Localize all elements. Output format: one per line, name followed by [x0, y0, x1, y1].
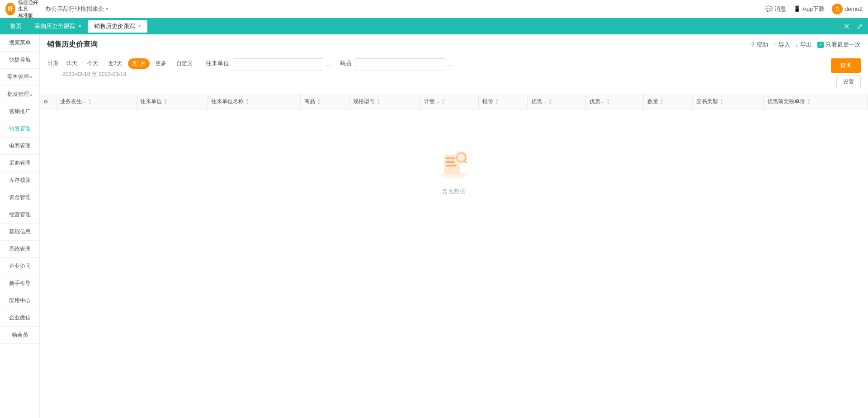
date-filter-group: 日期 昨天 今天 近7天 近1月 更多 自定义 2023-02-18 至 202…	[47, 58, 197, 78]
sidebar-item-operations[interactable]: 经营管理	[0, 206, 39, 223]
import-button[interactable]: ↑ 导入	[774, 41, 790, 49]
partner-select-icon[interactable]: ···	[325, 61, 330, 68]
date-chip-more[interactable]: 更多	[151, 58, 170, 69]
page-actions: ? 帮助 ↑ 导入 ↓ 导出 ✓ 只看最后一次	[751, 41, 861, 49]
sidebar-item-inventory[interactable]: 库存核算	[0, 172, 39, 189]
query-button[interactable]: 查询	[831, 58, 861, 73]
col-trade-type[interactable]: 交易类型 ▲▼	[693, 94, 764, 109]
page-header: 销售历史价查询 ? 帮助 ↑ 导入 ↓ 导出 ✓	[40, 34, 868, 94]
sidebar-item-basic-info[interactable]: 基础信息	[0, 223, 39, 241]
sidebar-item-app-center[interactable]: 应用中心	[0, 292, 39, 309]
svg-rect-3	[446, 161, 455, 163]
empty-state: 暂无数据	[40, 109, 868, 232]
date-chip-custom[interactable]: 自定义	[172, 58, 197, 69]
empty-text: 暂无数据	[442, 187, 466, 195]
only-last-checkbox-label[interactable]: ✓ 只看最后一次	[817, 41, 861, 49]
help-button[interactable]: ? 帮助	[751, 41, 768, 49]
export-button[interactable]: ↓ 导出	[796, 41, 812, 49]
retail-expand-icon: ▾	[30, 75, 32, 80]
date-chip-7days[interactable]: 近7天	[104, 58, 126, 69]
message-icon: 💬	[765, 5, 773, 12]
sidebar-item-enterprise-collab[interactable]: 企业协同	[0, 258, 39, 275]
sidebar-item-sales[interactable]: 销售管理	[0, 120, 39, 138]
message-button[interactable]: 💬 消息	[765, 5, 786, 13]
app-download-button[interactable]: 📱 App下载	[793, 5, 825, 13]
tab-purchase-history[interactable]: 采购历史价跟踪 ×	[28, 20, 88, 33]
col-product[interactable]: 商品 ▲▼	[301, 94, 349, 109]
date-chip-1month[interactable]: 近1月	[128, 58, 150, 69]
filter-row: 日期 昨天 今天 近7天 近1月 更多 自定义 2023-02-18 至 202…	[47, 54, 861, 94]
close-sales-tab-icon[interactable]: ×	[138, 24, 141, 29]
close-purchase-tab-icon[interactable]: ×	[78, 24, 81, 29]
col-discount2[interactable]: 优惠... ▲▼	[585, 94, 644, 109]
logo-icon: 好	[5, 3, 15, 15]
logo-area: 好 畅捷通好生意 标准版	[5, 0, 42, 19]
close-window-button[interactable]: ✕	[842, 21, 851, 32]
sort-pretax-price-icon: ▲▼	[807, 98, 811, 105]
tab-sales-history[interactable]: 销售历史价跟踪 ×	[88, 20, 147, 33]
sort-spec-icon: ▲▼	[377, 98, 380, 105]
page-title: 销售历史价查询	[47, 40, 98, 49]
partner-filter-label: 往来单位	[206, 58, 229, 67]
col-partner-code[interactable]: 往来单位 ▲▼	[137, 94, 208, 109]
sort-trade-type-icon: ▲▼	[720, 98, 723, 105]
sidebar-item-newbie-guide[interactable]: 新手引导	[0, 275, 39, 292]
table-settings-icon: ⚙	[43, 99, 48, 105]
sort-partner-name-icon: ▲▼	[245, 98, 249, 105]
col-pretax-price[interactable]: 优惠前无税单价 ▲▼	[764, 94, 868, 109]
partner-input-group: ···	[233, 58, 330, 71]
col-settings[interactable]: ⚙	[40, 94, 56, 109]
table-container: ⚙ 业务发生... ▲▼ 往来单位 ▲▼	[40, 94, 868, 418]
date-chip-today[interactable]: 今天	[83, 58, 102, 69]
data-table: ⚙ 业务发生... ▲▼ 往来单位 ▲▼	[40, 94, 868, 232]
sort-unit-icon: ▲▼	[441, 98, 445, 105]
page-title-row: 销售历史价查询 ? 帮助 ↑ 导入 ↓ 导出 ✓	[47, 40, 861, 49]
sort-product-icon: ▲▼	[317, 98, 321, 105]
empty-state-icon	[436, 146, 472, 182]
app-download-icon: 📱	[793, 5, 801, 12]
product-filter-label: 商品	[340, 58, 351, 67]
col-discount1[interactable]: 优惠... ▲▼	[528, 94, 586, 109]
sidebar-item-finance[interactable]: 资金管理	[0, 189, 39, 206]
sidebar-item-wholesale[interactable]: 批发管理 ▴	[0, 86, 39, 103]
sidebar-item-member[interactable]: 畅会员	[0, 327, 39, 344]
import-icon: ↑	[774, 41, 777, 48]
topbar-left: 好 畅捷通好生意 标准版 办公用品行业模拟账套 ▾	[5, 0, 108, 19]
sidebar-item-retail[interactable]: 零售管理 ▾	[0, 69, 39, 86]
col-partner-name[interactable]: 往来单位名称 ▲▼	[208, 94, 301, 109]
col-business-date[interactable]: 业务发生... ▲▼	[56, 94, 137, 109]
sidebar-item-system[interactable]: 系统管理	[0, 241, 39, 258]
sidebar-item-quick-nav[interactable]: 快捷导航	[0, 52, 39, 69]
sidebar: 搜索菜单 快捷导航 零售管理 ▾ 批发管理 ▴ 营销推广 销售管理 电商管理 采…	[0, 34, 40, 418]
sidebar-item-ecommerce[interactable]: 电商管理	[0, 138, 39, 155]
maximize-window-button[interactable]: ⤢	[855, 21, 864, 32]
sidebar-item-enterprise-wechat[interactable]: 企业微信	[0, 309, 39, 327]
date-chip-yesterday[interactable]: 昨天	[62, 58, 81, 69]
wholesale-expand-icon: ▴	[30, 92, 32, 97]
help-icon: ?	[751, 41, 755, 48]
table-body: 暂无数据	[40, 109, 868, 232]
app-title[interactable]: 办公用品行业模拟账套 ▾	[45, 5, 108, 13]
main-layout: 搜索菜单 快捷导航 零售管理 ▾ 批发管理 ▴ 营销推广 销售管理 电商管理 采…	[0, 34, 868, 418]
sidebar-item-purchase[interactable]: 采购管理	[0, 155, 39, 172]
tabbar: 首页 采购历史价跟踪 × 销售历史价跟踪 × ✕ ⤢	[0, 18, 868, 34]
col-unit[interactable]: 计量... ▲▼	[420, 94, 479, 109]
date-chips: 昨天 今天 近7天 近1月 更多 自定义	[62, 58, 197, 69]
sort-quote-icon: ▲▼	[495, 98, 499, 105]
partner-filter-group: 往来单位 ···	[206, 58, 330, 71]
sort-discount2-icon: ▲▼	[607, 98, 610, 105]
settings-button[interactable]: 设置	[836, 76, 861, 88]
col-spec[interactable]: 规格型号 ▲▼	[349, 94, 420, 109]
product-input[interactable]	[355, 58, 445, 71]
tab-home[interactable]: 首页	[4, 20, 28, 33]
col-quote[interactable]: 报价 ▲▼	[478, 94, 527, 109]
partner-input[interactable]	[233, 58, 323, 71]
sidebar-item-marketing[interactable]: 营销推广	[0, 103, 39, 120]
logo-text: 畅捷通好生意 标准版	[18, 0, 42, 19]
product-select-icon[interactable]: ···	[447, 61, 453, 68]
sidebar-item-search-menu[interactable]: 搜索菜单	[0, 34, 39, 52]
user-menu[interactable]: D demo2	[832, 4, 863, 14]
col-quantity[interactable]: 数量 ▲▼	[644, 94, 693, 109]
only-last-checkbox[interactable]: ✓	[817, 42, 824, 48]
product-filter-group: 商品 ···	[340, 58, 453, 71]
